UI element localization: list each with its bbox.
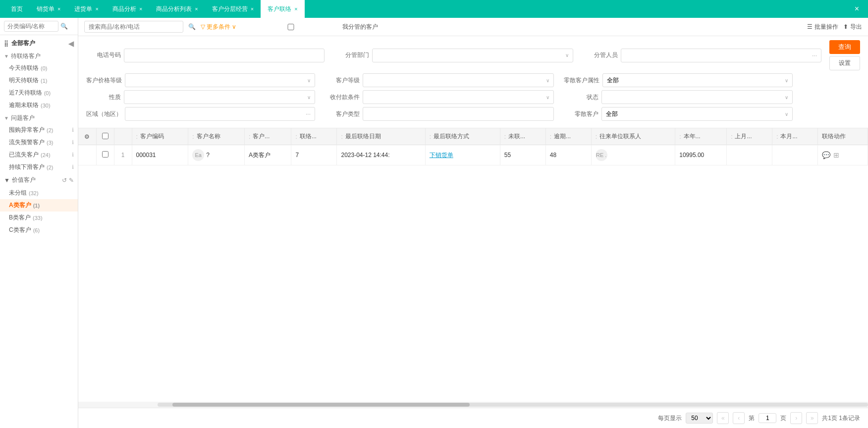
filter-cell-price-level: 客户价格等级 ∨ <box>86 73 315 87</box>
sidebar-item-class-b[interactable]: B类客户 (33) <box>0 212 78 224</box>
search-input[interactable] <box>84 21 183 33</box>
nav-tab-analysis-list[interactable]: 商品分析列表 × <box>149 0 205 18</box>
filter-label-payment: 收付款条件 <box>325 93 360 102</box>
filter-label-phone: 电话号码 <box>86 51 121 59</box>
export-btn[interactable]: ⬆ 导出 <box>843 23 862 31</box>
scrollbar-thumb[interactable] <box>172 403 470 407</box>
cell-no-contact: 55 <box>500 145 545 165</box>
prev-page-btn[interactable]: ‹ <box>733 412 745 424</box>
edit-icon[interactable]: ✎ <box>69 177 74 184</box>
filter-label-price: 客户价格等级 <box>86 76 122 85</box>
col-this-month[interactable]: :本月... <box>772 128 818 145</box>
col-code[interactable]: :客户编码 <box>132 128 188 145</box>
my-customers-check[interactable] <box>241 24 340 30</box>
filter-row-4: 区域（地区） ··· 客户类型 零散客户 全部 ∨ <box>86 107 860 121</box>
nav-tab-customer-segment[interactable]: 客户分层经营 × <box>205 0 261 18</box>
sidebar-item-class-c[interactable]: C类客户 (6) <box>0 224 78 236</box>
my-customers-checkbox[interactable]: 我分管的客户 <box>241 23 378 31</box>
col-this-year[interactable]: :本年... <box>675 128 727 145</box>
retail-cust-select[interactable]: 全部 ∨ <box>601 107 793 121</box>
col-name[interactable]: :客户名称 <box>188 128 245 145</box>
col-last-date[interactable]: :最后联络日期 <box>337 128 425 145</box>
sidebar-item-class-a[interactable]: A类客户 (1) <box>0 199 78 212</box>
nav-tab-customer-contact[interactable]: 客户联络 × <box>261 0 304 18</box>
sidebar-search-input[interactable] <box>4 21 58 32</box>
dept-select[interactable]: ∨ <box>372 49 573 62</box>
last-page-btn[interactable]: » <box>806 412 818 424</box>
sidebar-collapse-icon[interactable]: ◀ <box>68 40 74 48</box>
col-checkbox[interactable] <box>96 128 114 145</box>
page-size-select[interactable]: 50 10 20 100 <box>686 413 713 424</box>
nav-tab-home[interactable]: 首页 <box>4 0 30 18</box>
nav-tab-close[interactable]: × <box>251 6 254 12</box>
refresh-icon[interactable]: ↺ <box>62 177 67 184</box>
col-last-month[interactable]: :上月... <box>727 128 772 145</box>
retail-attr-select[interactable]: 全部 ∨ <box>602 73 793 87</box>
sidebar-item-tomorrow[interactable]: 明天待联络 (1) <box>0 74 78 87</box>
nav-tab-analysis[interactable]: 商品分析 × <box>106 0 149 18</box>
sidebar-group-pending[interactable]: ▼ 待联络客户 <box>0 50 78 62</box>
filter-cell-phone: 电话号码 <box>86 49 325 62</box>
more-conditions-btn[interactable]: ▽ 更多条件 ∨ <box>201 23 236 31</box>
item-count: (2) <box>47 164 53 170</box>
phone-input[interactable] <box>124 49 325 62</box>
region-input[interactable]: ··· <box>125 107 315 121</box>
cell-last-method[interactable]: 下销货单 <box>425 145 500 165</box>
nav-tab-sales[interactable]: 销货单 × <box>30 0 67 18</box>
horizontal-scrollbar[interactable] <box>78 402 868 408</box>
group-label[interactable]: 价值客户 <box>12 176 36 184</box>
page-input[interactable] <box>759 413 776 423</box>
nav-tab-label: 进货单 <box>74 5 92 13</box>
col-no-contact[interactable]: :未联... <box>500 128 545 145</box>
search-icon[interactable]: 🔍 <box>188 23 196 30</box>
row-checkbox[interactable] <box>102 151 108 158</box>
item-label: 逾期未联络 <box>9 101 39 109</box>
next-page-btn[interactable]: › <box>790 412 802 424</box>
col-unit-contact[interactable]: :往来单位联系人 <box>591 128 675 145</box>
nature-select[interactable]: ∨ <box>124 90 315 104</box>
sidebar-group-problem[interactable]: ▼ 问题客户 <box>0 111 78 124</box>
nav-tab-close[interactable]: × <box>95 6 98 12</box>
sidebar-item-churned[interactable]: 已流失客户 (24) ℹ <box>0 149 78 161</box>
nav-tab-close[interactable]: × <box>57 6 60 12</box>
col-last-method[interactable]: :最后联络方式 <box>425 128 500 145</box>
item-label: 明天待联络 <box>9 76 39 85</box>
status-select[interactable]: ∨ <box>601 90 793 104</box>
sidebar-item-overdue[interactable]: 逾期未联络 (30) <box>0 99 78 111</box>
payment-select[interactable]: ∨ <box>363 90 554 104</box>
nav-tab-close[interactable]: × <box>139 6 142 12</box>
cust-type-input[interactable] <box>363 107 554 121</box>
col-settings[interactable]: ⚙ <box>78 128 96 145</box>
sidebar-item-today[interactable]: 今天待联络 (0) <box>0 62 78 74</box>
nav-tab-close[interactable]: × <box>294 6 297 12</box>
contact-method-link[interactable]: 下销货单 <box>430 152 453 159</box>
col-overdue[interactable]: :逾期... <box>545 128 591 145</box>
sidebar-item-ungrouped[interactable]: 未分组 (32) <box>0 187 78 199</box>
sidebar-item-declining[interactable]: 持续下滑客户 (2) ℹ <box>0 161 78 173</box>
qr-icon[interactable]: ⊞ <box>833 151 839 159</box>
dots-icon: ··· <box>306 110 311 117</box>
cell-settings[interactable] <box>78 145 96 165</box>
sidebar-item-7days[interactable]: 近7天待联络 (0) <box>0 87 78 99</box>
sidebar-item-hoarding[interactable]: 囤购异常客户 (2) ℹ <box>0 124 78 136</box>
settings-button[interactable]: 设置 <box>829 56 860 70</box>
col-type[interactable]: :客户... <box>244 128 291 145</box>
person-input[interactable]: ··· <box>621 49 821 62</box>
col-contact[interactable]: :联络... <box>291 128 337 145</box>
sidebar-item-churn-warning[interactable]: 流失预警客户 (3) ℹ <box>0 136 78 149</box>
price-level-select[interactable]: ∨ <box>125 73 315 87</box>
select-all-checkbox[interactable] <box>102 133 108 139</box>
cell-checkbox[interactable] <box>96 145 114 165</box>
nav-close-all[interactable]: × <box>850 4 864 13</box>
chat-icon[interactable]: 💬 <box>822 151 830 159</box>
chevron-down-icon: ∨ <box>307 78 311 83</box>
sidebar-all-customers-label[interactable]: 全部客户 <box>11 39 35 48</box>
first-page-btn[interactable]: « <box>717 412 729 424</box>
batch-ops-btn[interactable]: ☰ 批量操作 <box>807 23 838 31</box>
cust-level-select[interactable]: ∨ <box>363 73 554 87</box>
filter-cell-person: 分管人员 ··· <box>583 49 821 62</box>
nav-tab-close[interactable]: × <box>195 6 198 12</box>
nav-tab-purchase[interactable]: 进货单 × <box>67 0 105 18</box>
sidebar-search-icon[interactable]: 🔍 <box>60 23 68 30</box>
query-button[interactable]: 查询 <box>829 40 860 54</box>
